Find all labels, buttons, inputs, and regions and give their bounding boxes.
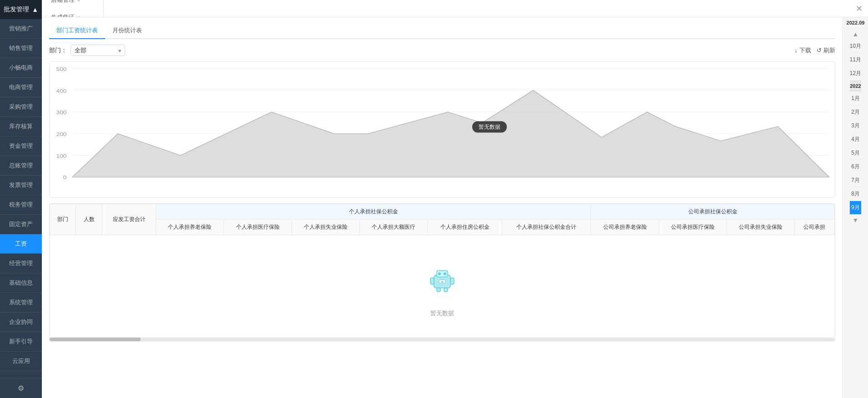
date-panel-item-7月[interactable]: 7月 [850, 174, 861, 187]
page-content: 部门工资统计表月份统计表 部门： 全部 ↓ 下载 [42, 17, 843, 398]
stats-table: 部门 人数 应发工资合计 个人承担社保公积金 公司承担社保公积金 个人承担养老保… [50, 204, 835, 235]
svg-rect-20 [430, 278, 434, 284]
empty-robot-icon [426, 262, 459, 295]
sidebar-item-基础信息[interactable]: 基础信息 [0, 273, 42, 293]
date-panel-item-4月[interactable]: 4月 [850, 133, 861, 146]
date-panel-item-6月[interactable]: 6月 [850, 160, 861, 174]
date-panel-nav-down[interactable]: ▼ [843, 215, 868, 226]
gear-icon[interactable]: ⚙ [18, 384, 24, 392]
chart-area: 500 400 300 200 100 0 [49, 61, 835, 198]
svg-text:300: 300 [56, 110, 67, 116]
svg-rect-22 [437, 288, 440, 292]
svg-text:400: 400 [56, 88, 67, 94]
date-panel-item-8月[interactable]: 8月 [850, 187, 861, 201]
col-headcount: 人数 [76, 204, 102, 235]
content-area: 部门工资统计表月份统计表 部门： 全部 ↓ 下载 [42, 17, 868, 398]
refresh-button[interactable]: ↺ 刷新 [817, 46, 835, 55]
col-personal-unemployment: 个人承担失业保险 [292, 220, 359, 235]
sidebar-item-新手引导[interactable]: 新手引导 [0, 332, 42, 352]
svg-text:100: 100 [56, 153, 67, 159]
col-total-salary: 应发工资合计 [102, 204, 156, 235]
date-panel-year-label: 2022.09 [843, 17, 868, 29]
close-all-button[interactable]: ✕ [854, 4, 864, 14]
col-personal-housing-fund: 个人承担住房公积金 [427, 220, 502, 235]
sidebar-footer: ⚙ [0, 378, 42, 398]
sidebar-item-税务管理[interactable]: 税务管理 [0, 195, 42, 215]
sub-tabs: 部门工资统计表月份统计表 [49, 23, 835, 39]
sidebar-item-总账管理[interactable]: 总账管理 [0, 156, 42, 176]
sidebar-item-采购管理[interactable]: 采购管理 [0, 97, 42, 117]
col-group-personal: 个人承担社保公积金 [156, 204, 591, 220]
sidebar-item-企业协同[interactable]: 企业协同 [0, 312, 42, 332]
svg-rect-21 [450, 278, 454, 284]
sidebar-item-资金管理[interactable]: 资金管理 [0, 136, 42, 156]
svg-point-16 [444, 272, 446, 275]
date-panel-item-2022[interactable]: 2022 [850, 81, 861, 92]
col-dept: 部门 [50, 204, 76, 235]
tab-生成凭证[interactable]: 生成凭证× [45, 9, 104, 18]
download-button[interactable]: ↓ 下载 [795, 46, 812, 55]
tab-店铺管理[interactable]: 店铺管理× [45, 0, 104, 9]
tab-close-店铺管理[interactable]: × [77, 0, 80, 3]
empty-state: 暂无数据 [50, 235, 835, 336]
sub-tab-部门工资统计表[interactable]: 部门工资统计表 [49, 23, 105, 39]
sidebar-item-云应用[interactable]: 云应用 [0, 352, 42, 371]
toolbar-right: ↓ 下载 ↺ 刷新 [795, 46, 836, 55]
robot-container [426, 262, 459, 297]
dept-label: 部门： [49, 46, 67, 55]
table-header-row-1: 部门 人数 应发工资合计 个人承担社保公积金 公司承担社保公积金 [50, 204, 835, 220]
h-scrollbar-thumb[interactable] [50, 338, 141, 341]
sidebar-items-container: 营销推广销售管理小畅电商电商管理采购管理库存核算资金管理总账管理发票管理税务管理… [0, 19, 42, 371]
refresh-icon: ↺ [817, 47, 822, 54]
sidebar-item-固定资产[interactable]: 固定资产 [0, 215, 42, 234]
col-personal-total: 个人承担社保公积金合计 [502, 220, 591, 235]
date-panel: 2022.09 ▲ 10月11月12月20221月2月3月4月5月6月7月8月9… [843, 17, 868, 398]
sidebar-toggle-icon: ▲ [32, 6, 38, 13]
main-area: 首页门店商品目录×销售单×店铺管理×生成凭证×应收应付调整单×工资表×工资统计报… [42, 0, 868, 398]
svg-text:0: 0 [63, 175, 67, 181]
date-panel-item-2月[interactable]: 2月 [850, 106, 861, 119]
sidebar-item-系统管理[interactable]: 系统管理 [0, 293, 42, 312]
download-icon: ↓ [795, 47, 798, 54]
col-company-unemployment: 公司承担失业保险 [727, 220, 794, 235]
sidebar-item-销售管理[interactable]: 销售管理 [0, 39, 42, 58]
sidebar-item-工资[interactable]: 工资 [0, 234, 42, 254]
date-panel-item-9月[interactable]: 9月 [850, 201, 861, 215]
sidebar-header-label: 批发管理 [4, 5, 29, 14]
svg-rect-23 [444, 288, 448, 292]
sidebar-header[interactable]: 批发管理 ▲ [0, 0, 42, 19]
date-panel-item-1月[interactable]: 1月 [850, 92, 861, 106]
col-personal-pension: 个人承担养老保险 [156, 220, 224, 235]
date-panel-item-3月[interactable]: 3月 [850, 119, 861, 133]
date-panel-item-10月[interactable]: 10月 [850, 40, 861, 53]
col-personal-major-medical: 个人承担大额医疗 [359, 220, 427, 235]
toolbar-left: 部门： 全部 [49, 45, 125, 56]
date-panel-item-12月[interactable]: 12月 [850, 67, 861, 81]
tab-bar-end: ✕ [854, 4, 864, 14]
table-header-row-2: 个人承担养老保险 个人承担医疗保险 个人承担失业保险 个人承担大额医疗 个人承担… [50, 220, 835, 235]
sidebar-item-经营管理[interactable]: 经营管理 [0, 254, 42, 273]
col-company-pension: 公司承担养老保险 [591, 220, 659, 235]
sidebar-item-库存核算[interactable]: 库存核算 [0, 117, 42, 136]
chart-svg: 500 400 300 200 100 0 [50, 62, 835, 197]
chart-tooltip: 暂无数据 [472, 121, 507, 133]
table-container: 部门 人数 应发工资合计 个人承担社保公积金 公司承担社保公积金 个人承担养老保… [49, 203, 835, 342]
date-panel-nav-up[interactable]: ▲ [843, 29, 868, 40]
sub-tab-月份统计表[interactable]: 月份统计表 [105, 23, 149, 39]
col-company-medical: 公司承担医疗保险 [659, 220, 727, 235]
svg-point-15 [438, 272, 441, 275]
date-panel-item-11月[interactable]: 11月 [850, 53, 861, 67]
h-scrollbar[interactable] [50, 338, 835, 341]
sidebar-item-发票管理[interactable]: 发票管理 [0, 176, 42, 195]
sidebar-item-营销推广[interactable]: 营销推广 [0, 19, 42, 39]
col-personal-medical: 个人承担医疗保险 [224, 220, 292, 235]
dept-select[interactable]: 全部 [71, 45, 125, 56]
date-panel-item-5月[interactable]: 5月 [850, 146, 861, 160]
dept-select-wrapper: 全部 [71, 45, 125, 56]
sidebar-item-小畅电商[interactable]: 小畅电商 [0, 58, 42, 78]
col-company-other: 公司承担 [794, 220, 834, 235]
sidebar-item-电商管理[interactable]: 电商管理 [0, 78, 42, 97]
sidebar: 批发管理 ▲ 营销推广销售管理小畅电商电商管理采购管理库存核算资金管理总账管理发… [0, 0, 42, 398]
svg-text:500: 500 [56, 66, 67, 72]
col-group-company: 公司承担社保公积金 [591, 204, 835, 220]
